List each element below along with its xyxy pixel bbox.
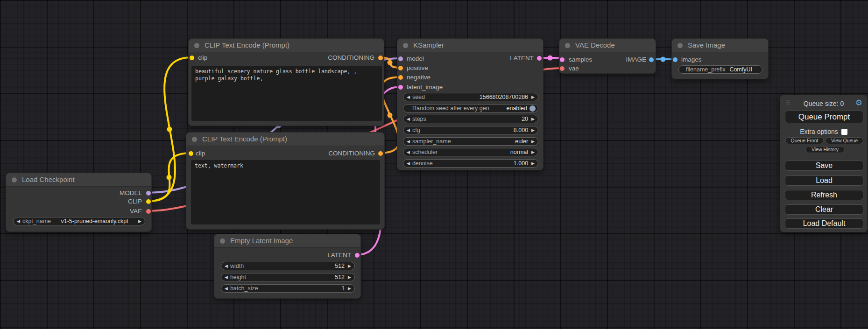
refresh-button[interactable]: Refresh bbox=[785, 190, 863, 200]
increment-arrow-icon[interactable]: ▶ bbox=[348, 262, 351, 270]
output-label-latent: LATENT bbox=[327, 251, 351, 259]
increment-arrow-icon[interactable]: ▶ bbox=[531, 126, 535, 134]
decrement-arrow-icon[interactable]: ◀ bbox=[225, 262, 228, 270]
negative-input-port[interactable] bbox=[398, 75, 403, 80]
samples-input-port[interactable] bbox=[560, 57, 565, 62]
queue-size-label: Queue size: 0 bbox=[780, 99, 867, 108]
node-title-bar[interactable]: VAE Decode bbox=[559, 39, 656, 52]
increment-arrow-icon[interactable]: ▶ bbox=[348, 273, 351, 281]
increment-arrow-icon[interactable]: ▶ bbox=[531, 148, 535, 156]
node-title-bar[interactable]: Empty Latent Image bbox=[214, 234, 360, 248]
collapse-dot-icon[interactable] bbox=[194, 43, 199, 48]
vae-output-port[interactable] bbox=[146, 209, 151, 214]
node-load-checkpoint[interactable]: Load Checkpoint MODEL CLIP VAE ◀ ckpt_na… bbox=[6, 173, 152, 232]
decrement-arrow-icon[interactable]: ◀ bbox=[407, 148, 410, 156]
model-input-port[interactable] bbox=[398, 56, 403, 61]
ckpt-name-widget[interactable]: ◀ ckpt_name v1-5-pruned-emaonly.ckpt ▶ bbox=[13, 217, 145, 225]
widget-label: seed bbox=[412, 94, 425, 100]
positive-input-port[interactable] bbox=[398, 66, 403, 70]
queue-panel[interactable]: ⠿ Queue size: 0 ⚙ Queue Prompt Extra opt… bbox=[780, 95, 868, 232]
batch-size-widget[interactable]: ◀ batch_size 1 ▶ bbox=[221, 284, 355, 293]
increment-arrow-icon[interactable]: ▶ bbox=[531, 93, 535, 101]
increment-arrow-icon[interactable]: ▶ bbox=[531, 137, 535, 146]
latent-output-port[interactable] bbox=[355, 253, 360, 258]
images-input-port[interactable] bbox=[673, 57, 677, 62]
height-widget[interactable]: ◀ height 512 ▶ bbox=[221, 273, 355, 281]
save-button[interactable]: Save bbox=[785, 161, 863, 171]
node-clip-text-encode-negative[interactable]: CLIP Text Encode (Prompt) clip CONDITION… bbox=[186, 132, 385, 230]
extra-options-label: Extra options bbox=[800, 128, 838, 135]
clip-output-port[interactable] bbox=[146, 199, 151, 204]
collapse-dot-icon[interactable] bbox=[565, 43, 570, 48]
increment-arrow-icon[interactable]: ▶ bbox=[138, 217, 141, 225]
node-vae-decode[interactable]: VAE Decode samples vae IMAGE bbox=[559, 38, 656, 74]
output-label-vae: VAE bbox=[130, 207, 142, 216]
load-button[interactable]: Load bbox=[785, 175, 863, 186]
decrement-arrow-icon[interactable]: ◀ bbox=[17, 217, 20, 225]
increment-arrow-icon[interactable]: ▶ bbox=[348, 284, 351, 293]
toggle-dot-icon[interactable] bbox=[529, 105, 536, 112]
seed-widget[interactable]: ◀ seed 156680208700286 ▶ bbox=[403, 93, 538, 101]
cfg-widget[interactable]: ◀ cfg 8.000 ▶ bbox=[403, 126, 538, 134]
load-default-button[interactable]: Load Default bbox=[785, 218, 863, 229]
node-title-bar[interactable]: Load Checkpoint bbox=[6, 173, 151, 187]
conditioning-output-port[interactable] bbox=[378, 151, 383, 156]
decrement-arrow-icon[interactable]: ◀ bbox=[407, 159, 410, 168]
collapse-dot-icon[interactable] bbox=[220, 238, 225, 244]
widget-label: steps bbox=[412, 116, 426, 122]
node-title-bar[interactable]: Save Image bbox=[672, 39, 768, 52]
prompt-textarea[interactable]: beautiful scenery nature glass bottle la… bbox=[191, 66, 382, 121]
conditioning-output-port[interactable] bbox=[378, 56, 383, 60]
scheduler-widget[interactable]: ◀ scheduler normal ▶ bbox=[403, 148, 538, 156]
increment-arrow-icon[interactable]: ▶ bbox=[531, 159, 535, 168]
steps-widget[interactable]: ◀ steps 20 ▶ bbox=[403, 115, 538, 123]
clear-button[interactable]: Clear bbox=[785, 204, 863, 215]
clip-input-port[interactable] bbox=[190, 56, 194, 60]
widget-label: width bbox=[230, 263, 244, 269]
gear-icon[interactable]: ⚙ bbox=[855, 98, 862, 108]
collapse-dot-icon[interactable] bbox=[192, 137, 197, 142]
extra-options-checkbox[interactable] bbox=[841, 129, 847, 135]
width-widget[interactable]: ◀ width 512 ▶ bbox=[221, 262, 355, 270]
prompt-textarea[interactable]: text, watermark bbox=[191, 160, 380, 224]
sampler-name-widget[interactable]: ◀ sampler_name euler ▶ bbox=[403, 137, 538, 146]
widget-value: 512 bbox=[335, 274, 345, 280]
decrement-arrow-icon[interactable]: ◀ bbox=[407, 137, 410, 146]
node-clip-text-encode-positive[interactable]: CLIP Text Encode (Prompt) clip CONDITION… bbox=[188, 38, 384, 126]
decrement-arrow-icon[interactable]: ◀ bbox=[407, 93, 410, 101]
clip-input-port[interactable] bbox=[189, 151, 193, 156]
decrement-arrow-icon[interactable]: ◀ bbox=[225, 273, 228, 281]
increment-arrow-icon[interactable]: ▶ bbox=[531, 115, 535, 123]
decrement-arrow-icon[interactable]: ◀ bbox=[407, 126, 410, 134]
node-graph-canvas[interactable]: Load Checkpoint MODEL CLIP VAE ◀ ckpt_na… bbox=[0, 0, 868, 329]
collapse-dot-icon[interactable] bbox=[403, 43, 408, 48]
latent-output-port[interactable] bbox=[537, 56, 542, 61]
collapse-dot-icon[interactable] bbox=[12, 177, 17, 182]
collapse-dot-icon[interactable] bbox=[677, 43, 683, 48]
output-label-latent: LATENT bbox=[510, 54, 534, 63]
decrement-arrow-icon[interactable]: ◀ bbox=[407, 115, 410, 123]
node-ksampler[interactable]: KSampler model positive negative latent_… bbox=[397, 38, 543, 170]
decrement-arrow-icon[interactable]: ◀ bbox=[225, 284, 228, 293]
vae-input-port[interactable] bbox=[560, 66, 565, 71]
node-title: Save Image bbox=[688, 41, 725, 49]
view-history-button[interactable]: View History bbox=[805, 146, 845, 153]
node-save-image[interactable]: Save Image images filename_prefix ComfyU… bbox=[671, 38, 769, 79]
view-queue-button[interactable]: View Queue bbox=[826, 137, 863, 144]
queue-front-button[interactable]: Queue Front bbox=[785, 137, 824, 144]
node-title: Empty Latent Image bbox=[230, 237, 293, 245]
image-output-port[interactable] bbox=[649, 57, 654, 62]
node-empty-latent-image[interactable]: Empty Latent Image LATENT ◀ width 512 ▶ … bbox=[214, 234, 361, 299]
model-output-port[interactable] bbox=[146, 191, 151, 196]
latent-image-input-port[interactable] bbox=[398, 85, 403, 90]
denoise-widget[interactable]: ◀ denoise 1.000 ▶ bbox=[403, 159, 538, 168]
node-title-bar[interactable]: CLIP Text Encode (Prompt) bbox=[186, 133, 384, 146]
node-title-bar[interactable]: CLIP Text Encode (Prompt) bbox=[189, 39, 384, 52]
node-title-bar[interactable]: KSampler bbox=[397, 39, 543, 52]
filename-prefix-widget[interactable]: filename_prefix ComfyUI bbox=[678, 65, 762, 74]
widget-value: ComfyUI bbox=[729, 66, 752, 73]
random-seed-widget[interactable]: Random seed after every gen enabled bbox=[403, 104, 538, 112]
queue-prompt-button[interactable]: Queue Prompt bbox=[785, 111, 863, 123]
widget-label: sampler_name bbox=[412, 138, 451, 145]
widget-value: 512 bbox=[335, 263, 345, 269]
